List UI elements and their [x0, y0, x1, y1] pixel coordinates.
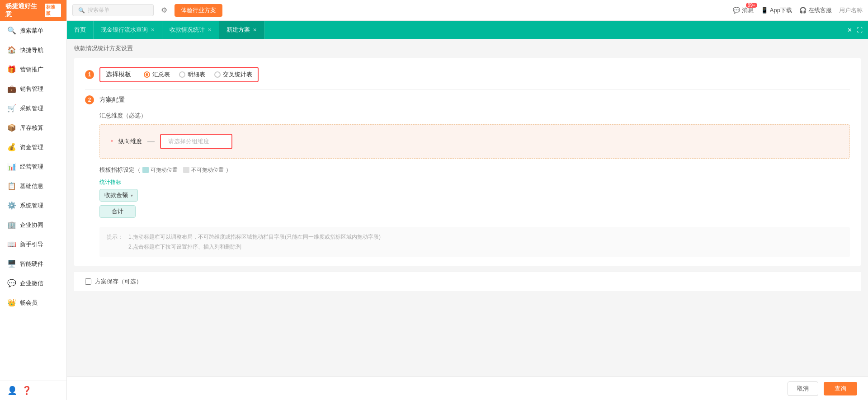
sidebar-item-label: 搜索菜单 — [20, 27, 43, 35]
save-checkbox[interactable] — [85, 278, 91, 285]
dimension-row: * 纵向维度 — 请选择分组维度 — [111, 134, 839, 149]
sidebar-item-marketing[interactable]: 🎁 营销推广 — [0, 60, 66, 79]
step1-row: 1 选择模板 汇总表 明细表 交叉统 — [85, 67, 850, 82]
nodrag-legend-color — [183, 167, 189, 173]
radio-summary-label: 汇总表 — [152, 71, 170, 79]
save-label: 方案保存（可选） — [95, 278, 142, 286]
settings-icon[interactable]: ⚙ — [161, 6, 167, 14]
dim-label: 纵向维度 — [118, 137, 142, 146]
quicknav-icon: 🏠 — [7, 46, 16, 54]
tab-home[interactable]: 首页 — [67, 21, 94, 39]
sidebar-item-purchase[interactable]: 🛒 采购管理 — [0, 99, 66, 118]
metrics-header-row: 模板指标设定（ 可拖动位置 不可拖动位置 ） — [99, 166, 850, 174]
search-icon: 🔍 — [78, 7, 85, 14]
finance-icon: 💰 — [7, 143, 16, 151]
step2-body: 汇总维度（必选） * 纵向维度 — 请选择分组维度 模板指标设定（ 可 — [85, 112, 850, 257]
window-close-icon[interactable]: ✕ — [847, 27, 852, 33]
tab-cashflow-close[interactable]: ✕ — [151, 27, 155, 33]
operations-icon: 📊 — [7, 162, 16, 171]
cancel-button[interactable]: 取消 — [788, 381, 818, 396]
topbar: 🔍 搜索菜单 ⚙ 体验行业方案 💬 消息 99+ 📱 App下载 🎧 在线客服 … — [67, 0, 868, 21]
metric-tag-amount[interactable]: 收款金额 ▾ — [99, 189, 138, 202]
step2-label: 方案配置 — [99, 96, 125, 104]
support-button[interactable]: 🎧 在线客服 — [799, 6, 832, 14]
step1-label: 选择模板 — [106, 71, 131, 79]
sidebar-item-basic[interactable]: 📋 基础信息 — [0, 176, 66, 196]
metrics-row: 收款金额 ▾ — [99, 189, 850, 202]
template-selection-box: 选择模板 汇总表 明细表 交叉统计表 — [99, 67, 259, 82]
sidebar-help-icon: ❓ — [22, 386, 32, 395]
sidebar-item-corp[interactable]: 🏢 企业协同 — [0, 215, 66, 235]
sidebar: 畅捷通好生意 标准版 🔍 搜索菜单 🏠 快捷导航 🎁 营销推广 💼 销售管理 🛒… — [0, 0, 67, 400]
metric-total-row: 合计 — [99, 205, 850, 218]
sidebar-item-label: 库存核算 — [20, 124, 43, 132]
trial-button[interactable]: 体验行业方案 — [175, 4, 222, 17]
user-name[interactable]: 用户名称 — [839, 6, 863, 14]
sidebar-item-label: 基础信息 — [20, 182, 43, 190]
metrics-title-prefix: 模板指标设定（ — [99, 166, 141, 174]
basic-icon: 📋 — [7, 182, 16, 190]
sidebar-item-label: 企业微信 — [20, 279, 43, 287]
purchase-icon: 🛒 — [7, 104, 16, 113]
sidebar-item-member[interactable]: 👑 畅会员 — [0, 293, 66, 312]
sidebar-item-quicknav[interactable]: 🏠 快捷导航 — [0, 40, 66, 60]
download-icon: 📱 — [761, 7, 768, 14]
metric-total: 合计 — [99, 205, 136, 218]
chevron-down-icon: ▾ — [131, 193, 133, 198]
sidebar-item-wechat[interactable]: 💬 企业微信 — [0, 273, 66, 293]
search-placeholder: 搜索菜单 — [88, 6, 109, 14]
radio-cross[interactable]: 交叉统计表 — [214, 71, 252, 79]
sidebar-item-label: 畅会员 — [20, 299, 38, 307]
message-button[interactable]: 💬 消息 99+ — [733, 6, 754, 14]
radio-circle-cross — [214, 71, 221, 78]
support-label: 在线客服 — [808, 6, 832, 14]
tabbar-actions: ✕ ⛶ — [847, 27, 868, 33]
drag-legend-label: 可拖动位置 — [151, 166, 178, 174]
tab-receipts[interactable]: 收款情况统计 ✕ — [162, 21, 219, 39]
sidebar-item-operations[interactable]: 📊 经营管理 — [0, 157, 66, 176]
radio-summary[interactable]: 汇总表 — [144, 71, 170, 79]
radio-cross-label: 交叉统计表 — [223, 71, 252, 79]
sales-icon: 💼 — [7, 85, 16, 93]
query-button[interactable]: 查询 — [824, 382, 857, 395]
dimension-section-title: 汇总维度（必选） — [99, 112, 850, 120]
sidebar-item-label: 系统管理 — [20, 202, 43, 210]
nodrag-legend-label: 不可拖动位置 — [191, 166, 224, 174]
sidebar-item-search[interactable]: 🔍 搜索菜单 — [0, 21, 66, 40]
sidebar-item-inventory[interactable]: 📦 库存核算 — [0, 118, 66, 137]
sidebar-user-icon: 👤 — [7, 386, 17, 395]
step2-row: 2 方案配置 — [85, 95, 850, 104]
step2-section: 2 方案配置 汇总维度（必选） * 纵向维度 — 请选择分组维度 — [85, 95, 850, 257]
sidebar-item-hardware[interactable]: 🖥️ 智能硬件 — [0, 254, 66, 273]
radio-detail[interactable]: 明细表 — [179, 71, 205, 79]
sidebar-item-sales[interactable]: 💼 销售管理 — [0, 79, 66, 99]
download-label: App下载 — [770, 6, 792, 14]
radio-detail-label: 明细表 — [188, 71, 205, 79]
system-icon: ⚙️ — [7, 201, 16, 210]
sidebar-item-finance[interactable]: 💰 资金管理 — [0, 137, 66, 157]
dimension-selector[interactable]: 请选择分组维度 — [160, 134, 232, 149]
breadcrumb: 收款情况统计方案设置 — [74, 44, 861, 52]
dimension-area: * 纵向维度 — 请选择分组维度 — [99, 124, 850, 159]
tab-newplan[interactable]: 新建方案 ✕ — [219, 21, 264, 39]
hardware-icon: 🖥️ — [7, 259, 16, 268]
sidebar-item-label: 销售管理 — [20, 85, 43, 93]
search-box[interactable]: 🔍 搜索菜单 — [72, 4, 154, 16]
step-divider — [85, 89, 850, 90]
sidebar-item-system[interactable]: ⚙️ 系统管理 — [0, 196, 66, 215]
sidebar-item-label: 经营管理 — [20, 163, 43, 171]
guide-icon: 📖 — [7, 240, 16, 249]
main-card: 1 选择模板 汇总表 明细表 交叉统 — [74, 58, 861, 266]
hint-text-2: 2.点击标题栏下拉可设置排序、插入列和删除列 — [107, 242, 843, 252]
radio-circle-detail — [179, 71, 185, 78]
tab-newplan-close[interactable]: ✕ — [253, 27, 257, 33]
sidebar-item-guide[interactable]: 📖 新手引导 — [0, 235, 66, 254]
tab-cashflow[interactable]: 现金银行流水查询 ✕ — [94, 21, 162, 39]
tab-cashflow-label: 现金银行流水查询 — [101, 26, 148, 34]
support-icon: 🎧 — [799, 7, 807, 14]
tab-receipts-close[interactable]: ✕ — [208, 27, 212, 33]
message-badge: 99+ — [746, 3, 757, 8]
download-button[interactable]: 📱 App下载 — [761, 6, 792, 14]
window-expand-icon[interactable]: ⛶ — [857, 27, 863, 33]
radio-circle-summary — [144, 71, 150, 78]
